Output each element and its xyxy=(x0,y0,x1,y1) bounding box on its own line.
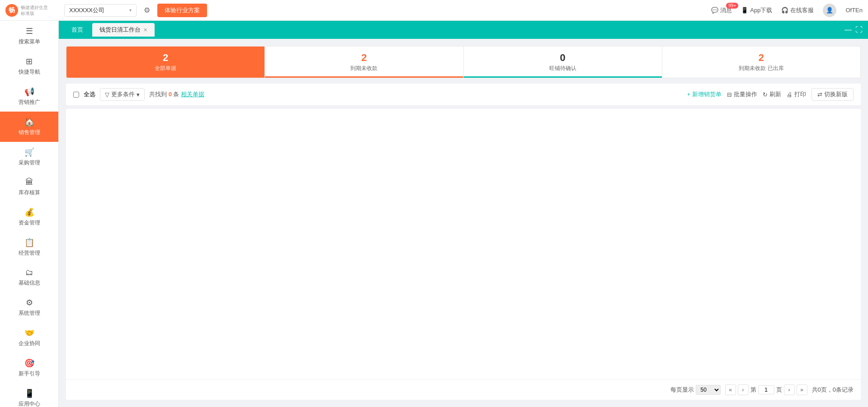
first-page-button[interactable]: « xyxy=(725,384,736,395)
stat-tab-all[interactable]: 2 全部单据 xyxy=(66,47,265,78)
database-icon: 🗂 xyxy=(25,268,33,277)
guide-icon: 🎯 xyxy=(24,358,34,368)
sidebar: ☰ 搜索菜单 ⊞ 快捷导航 📢 营销推广 🏠 销售管理 🛒 采购管理 🏛 库存核… xyxy=(0,21,59,407)
sidebar-item-purchase[interactable]: 🛒 采购管理 xyxy=(0,142,58,172)
sidebar-item-base[interactable]: 🗂 基础信息 xyxy=(0,262,58,292)
found-count: 0 xyxy=(169,91,172,98)
sidebar-item-operation[interactable]: 📋 经营管理 xyxy=(0,232,58,262)
top-bar: 畅 畅捷通好生意 标准版 XXXXXX公司 ▾ ⚙ 体验行业方案 💬 消息 99… xyxy=(0,0,868,21)
main-content: 首页 钱货日清工作台 ✕ — ⛶ 2 全部单据 2 xyxy=(59,21,868,407)
total-text: 共0页，0条记录 xyxy=(812,386,854,394)
last-page-button[interactable]: » xyxy=(797,384,807,395)
settings-button[interactable]: ⚙ xyxy=(140,4,154,17)
sidebar-item-label: 销售管理 xyxy=(19,129,40,136)
box-icon: 🏛 xyxy=(25,178,33,187)
page-input[interactable] xyxy=(758,385,774,394)
logo-text: 畅捷通好生意 标准版 xyxy=(21,5,48,16)
sidebar-item-marketing[interactable]: 📢 营销推广 xyxy=(0,81,58,112)
sidebar-item-label: 搜索菜单 xyxy=(19,38,40,46)
sidebar-item-search[interactable]: ☰ 搜索菜单 xyxy=(0,21,58,51)
chart-icon: 📋 xyxy=(24,238,34,248)
sidebar-item-finance[interactable]: 💰 资金管理 xyxy=(0,202,58,232)
sidebar-item-inventory[interactable]: 🏛 库存核算 xyxy=(0,172,58,202)
company-name: XXXXXX公司 xyxy=(69,6,127,14)
switch-version-button[interactable]: ⇄ 切换新版 xyxy=(811,88,854,101)
toolbar: 全选 ▽ 更多条件 ▾ 共找到 0 条 相关单据 xyxy=(66,84,861,105)
logo-area: 畅 畅捷通好生意 标准版 xyxy=(5,4,64,17)
sidebar-item-label: 采购管理 xyxy=(19,159,40,167)
batch-button[interactable]: ⊟ 批量操作 xyxy=(727,90,757,98)
table-container: 每页显示 10 20 50 100 « ‹ 第 页 xyxy=(66,109,861,400)
user-name[interactable]: OfTEn xyxy=(845,7,863,14)
toolbar-left: 全选 ▽ 更多条件 ▾ 共找到 0 条 相关单据 xyxy=(73,88,680,101)
company-selector[interactable]: XXXXXX公司 ▾ xyxy=(64,4,137,17)
print-button[interactable]: 🖨 打印 xyxy=(787,90,806,98)
content-area: 2 全部单据 2 到期未收款 0 旺铺待确认 2 到期未收款 已出库 xyxy=(59,39,868,407)
app-download-button[interactable]: 📱 App下载 xyxy=(741,6,772,14)
found-text: 共找到 0 条 相关单据 xyxy=(149,90,204,98)
print-icon: 🖨 xyxy=(787,91,793,98)
page-size-select[interactable]: 10 20 50 100 xyxy=(696,385,721,395)
finance-icon: 💰 xyxy=(24,207,34,217)
sidebar-item-guide[interactable]: 🎯 新手引导 xyxy=(0,353,58,383)
handshake-icon: 🤝 xyxy=(24,328,34,338)
tab-cashflow[interactable]: 钱货日清工作台 ✕ xyxy=(92,23,155,37)
filter-icon: ▽ xyxy=(105,91,109,98)
page-size-selector: 每页显示 10 20 50 100 xyxy=(670,385,721,395)
sidebar-item-label: 企业协同 xyxy=(19,340,40,347)
next-page-button[interactable]: › xyxy=(784,384,795,395)
message-icon: 💬 xyxy=(711,7,718,14)
tab-bar: 首页 钱货日清工作台 ✕ — ⛶ xyxy=(59,21,868,39)
page-nav: « ‹ 第 页 › » xyxy=(725,384,807,395)
stat-count-pending: 0 xyxy=(471,52,655,64)
sidebar-item-label: 应用中心 xyxy=(19,400,40,407)
stat-tab-overdue[interactable]: 2 到期未收款 xyxy=(265,47,463,78)
avatar[interactable]: 👤 xyxy=(823,4,836,17)
trial-button[interactable]: 体验行业方案 xyxy=(157,4,207,17)
stat-label-pending: 旺铺待确认 xyxy=(471,65,655,72)
minimize-button[interactable]: — xyxy=(844,26,852,34)
switch-icon: ⇄ xyxy=(817,91,822,98)
sidebar-item-label: 基础信息 xyxy=(19,279,40,287)
sidebar-item-apps[interactable]: 📱 应用中心 xyxy=(0,383,58,407)
stat-tab-pending[interactable]: 0 旺铺待确认 xyxy=(464,47,662,78)
sidebar-item-label: 经营管理 xyxy=(19,249,40,257)
gear-icon: ⚙ xyxy=(26,298,33,308)
sidebar-item-sales[interactable]: 🏠 销售管理 xyxy=(0,112,58,142)
refresh-button[interactable]: ↻ 刷新 xyxy=(763,90,781,98)
batch-icon: ⊟ xyxy=(727,91,732,98)
sidebar-item-label: 营销推广 xyxy=(19,98,40,106)
sidebar-item-label: 快捷导航 xyxy=(19,68,40,76)
sidebar-item-label: 系统管理 xyxy=(19,309,40,317)
select-all-label: 全选 xyxy=(84,90,95,98)
sidebar-item-label: 新手引导 xyxy=(19,370,40,378)
maximize-button[interactable]: ⛶ xyxy=(855,26,863,34)
filter-label: 更多条件 xyxy=(111,90,135,98)
refresh-icon: ↻ xyxy=(763,91,768,98)
tab-home[interactable]: 首页 xyxy=(64,23,90,37)
close-icon[interactable]: ✕ xyxy=(143,27,147,33)
stat-label-shipped: 到期未收款 已出库 xyxy=(670,65,853,72)
sidebar-item-corp[interactable]: 🤝 企业协同 xyxy=(0,323,58,353)
select-all-checkbox[interactable] xyxy=(73,92,79,98)
marketing-icon: 📢 xyxy=(24,87,34,97)
stat-count-overdue: 2 xyxy=(272,52,456,64)
stat-tab-shipped[interactable]: 2 到期未收款 已出库 xyxy=(662,47,860,78)
message-button[interactable]: 💬 消息 99+ xyxy=(711,6,732,14)
prev-page-button[interactable]: ‹ xyxy=(738,384,749,395)
found-link[interactable]: 相关单据 xyxy=(181,91,204,98)
sidebar-item-quicknav[interactable]: ⊞ 快捷导航 xyxy=(0,51,58,81)
page-label: 第 xyxy=(750,386,756,394)
add-order-button[interactable]: + 新增销货单 xyxy=(685,90,722,98)
empty-state xyxy=(66,109,861,379)
filter-button[interactable]: ▽ 更多条件 ▾ xyxy=(100,88,145,101)
online-service-button[interactable]: 🎧 在线客服 xyxy=(781,6,814,14)
stat-label-all: 全部单据 xyxy=(74,65,257,72)
sidebar-item-system[interactable]: ⚙ 系统管理 xyxy=(0,292,58,323)
download-icon: 📱 xyxy=(741,7,748,14)
grid-icon: ⊞ xyxy=(26,56,33,66)
stats-tabs: 2 全部单据 2 到期未收款 0 旺铺待确认 2 到期未收款 已出库 xyxy=(66,46,861,78)
top-bar-right: 💬 消息 99+ 📱 App下载 🎧 在线客服 👤 OfTEn xyxy=(711,4,863,17)
search-icon: ☰ xyxy=(26,26,33,36)
sidebar-item-label: 库存核算 xyxy=(19,189,40,196)
